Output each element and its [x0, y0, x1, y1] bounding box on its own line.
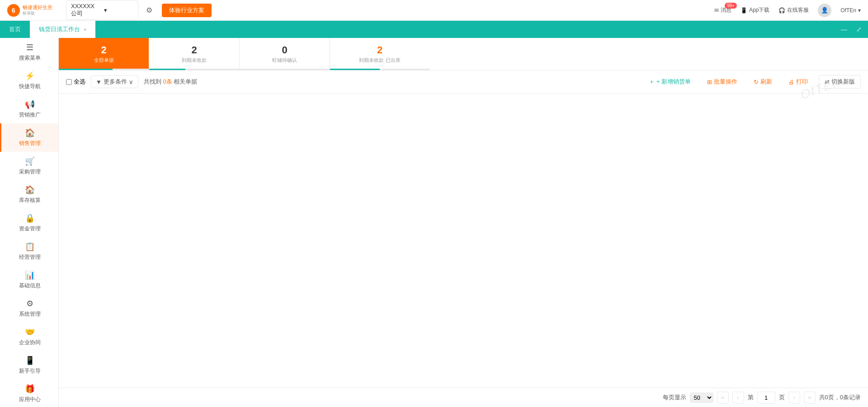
sidebar-item-purchase-label: 采购管理	[19, 168, 41, 176]
logo-icon: 6	[7, 4, 20, 17]
stat-shipped-label: 到期未收款 已出库	[339, 57, 420, 64]
operation-icon: 📋	[25, 242, 35, 252]
toolbar: 全选 ▼ 更多条件 ∨ 共找到 0条 相关单据 ＋ + 新增销货单 ⊞ 批量操作	[59, 70, 868, 94]
avatar[interactable]: 👤	[818, 4, 831, 17]
sidebar-item-finance-label: 资金管理	[19, 225, 41, 233]
found-prefix: 共找到	[144, 78, 161, 85]
sidebar-item-basics[interactable]: 📊 基础信息	[0, 266, 58, 294]
user-name: OfTEn	[840, 7, 856, 14]
batch-label: 批量操作	[714, 78, 737, 86]
select-all-input[interactable]	[66, 79, 72, 85]
sidebar-item-marketing[interactable]: 📢 营销推广	[0, 95, 58, 123]
refresh-button[interactable]: ↻ 刷新	[748, 75, 778, 88]
stat-overdue-progress-bar	[149, 69, 185, 70]
user-dropdown-icon: ▾	[858, 7, 861, 14]
trial-button[interactable]: 体验行业方案	[162, 4, 212, 17]
online-service-label: 在线客服	[787, 6, 809, 14]
prev-page-button[interactable]: ‹	[732, 392, 744, 403]
messages-badge: 99+	[725, 3, 737, 9]
window-minimize-btn[interactable]: —	[838, 24, 850, 35]
refresh-icon: ↻	[754, 79, 759, 85]
settings-button[interactable]: ⚙	[142, 3, 156, 18]
stat-card-wangpu[interactable]: 0 旺铺待确认	[240, 38, 330, 70]
system-icon: ⚙	[26, 299, 33, 309]
logo-name: 畅捷通好生意	[23, 4, 52, 10]
user-name-area[interactable]: OfTEn ▾	[840, 7, 861, 14]
sidebar-item-search-menu[interactable]: ☰ 搜索菜单	[0, 38, 58, 66]
dropdown-icon: ▾	[104, 7, 133, 14]
stat-card-all[interactable]: 2 全部单据	[59, 38, 149, 70]
page-input[interactable]	[757, 392, 775, 403]
app-download-label: App下载	[749, 6, 769, 14]
per-page-select[interactable]: 50 20 100	[690, 393, 713, 403]
table-area	[59, 94, 868, 388]
company-selector[interactable]: XXXXXX公司 ▾	[66, 0, 138, 20]
switch-version-button[interactable]: ⇄ 切换新版	[819, 75, 861, 89]
stat-shipped-progress	[330, 69, 429, 70]
main-layout: ☰ 搜索菜单 ⚡ 快捷导航 📢 营销推广 🏠 销售管理 🛒 采购管理 🏠 库存核…	[0, 38, 868, 407]
select-all-checkbox[interactable]: 全选	[66, 78, 85, 86]
nav-tabs: 首页 钱货日清工作台 × — ⤢	[0, 21, 868, 38]
appstore-icon: 🎁	[25, 384, 35, 394]
select-all-label: 全选	[74, 78, 85, 86]
settings-icon: ⚙	[146, 6, 152, 14]
sidebar-item-purchase[interactable]: 🛒 采购管理	[0, 152, 58, 180]
sidebar-item-cooperation[interactable]: 🤝 企业协同	[0, 323, 58, 351]
logo-area: 6 畅捷通好生意 标准版	[7, 4, 66, 17]
tab-home-label: 首页	[9, 25, 21, 33]
found-suffix: 相关单据	[174, 78, 197, 85]
first-page-button[interactable]: «	[717, 392, 729, 403]
refresh-label: 刷新	[760, 78, 772, 86]
total-text: 共0页，0条记录	[819, 393, 861, 402]
batch-icon: ⊞	[707, 79, 712, 85]
last-page-button[interactable]: »	[804, 392, 816, 403]
stat-wangpu-label: 旺铺待确认	[249, 57, 321, 64]
app-download-button[interactable]: 📱 App下载	[741, 6, 769, 14]
online-service-button[interactable]: 🎧 在线客服	[778, 6, 809, 14]
switch-version-label: 切换新版	[831, 78, 855, 86]
stat-wangpu-progress	[240, 69, 330, 70]
stat-progress-bar	[59, 69, 113, 70]
sidebar-item-guide-label: 新手引导	[19, 367, 41, 375]
sidebar-item-finance[interactable]: 🔒 资金管理	[0, 209, 58, 237]
top-right-area: ✉ 消息 99+ 📱 App下载 🎧 在线客服 👤 OfTEn ▾	[714, 4, 861, 17]
sidebar-item-sales[interactable]: 🏠 销售管理	[0, 123, 58, 152]
batch-button[interactable]: ⊞ 批量操作	[702, 75, 743, 88]
sidebar-item-appstore[interactable]: 🎁 应用中心	[0, 379, 58, 407]
window-maximize-btn[interactable]: ⤢	[854, 24, 864, 35]
stat-card-shipped[interactable]: 2 到期未收款 已出库	[330, 38, 429, 70]
more-filter-button[interactable]: ▼ 更多条件 ∨	[91, 75, 138, 88]
page-suffix: 页	[779, 393, 785, 402]
sidebar-item-quick-nav-label: 快捷导航	[19, 83, 41, 90]
tab-workbench[interactable]: 钱货日清工作台 ×	[30, 21, 95, 38]
nav-tabs-right: — ⤢	[838, 24, 868, 35]
stat-shipped-progress-bar	[330, 69, 380, 70]
tab-close-icon[interactable]: ×	[84, 27, 86, 32]
prev-page-icon: ‹	[737, 394, 739, 401]
sidebar-item-system[interactable]: ⚙ 系统管理	[0, 294, 58, 323]
sidebar-item-operation[interactable]: 📋 经营管理	[0, 237, 58, 266]
headset-icon: 🎧	[778, 7, 785, 14]
tab-home[interactable]: 首页	[0, 21, 30, 38]
print-button[interactable]: 🖨 打印	[783, 75, 813, 88]
sidebar-item-guide[interactable]: 📱 新手引导	[0, 351, 58, 379]
stat-all-number: 2	[68, 44, 140, 56]
basics-icon: 📊	[25, 270, 35, 280]
sidebar-item-quick-nav[interactable]: ⚡ 快捷导航	[0, 66, 58, 95]
sidebar-item-basics-label: 基础信息	[19, 282, 41, 290]
next-page-icon: ›	[793, 394, 795, 401]
message-icon: ✉	[714, 7, 719, 14]
next-page-button[interactable]: ›	[788, 392, 800, 403]
search-menu-icon: ☰	[26, 42, 33, 52]
add-sales-button[interactable]: ＋ + 新增销货单	[643, 75, 696, 88]
sidebar-item-appstore-label: 应用中心	[19, 396, 41, 403]
cooperation-icon: 🤝	[25, 327, 35, 337]
marketing-icon: 📢	[25, 99, 35, 109]
sidebar-item-inventory[interactable]: 🏠 库存核算	[0, 180, 58, 209]
stat-overdue-progress	[149, 69, 239, 70]
sidebar-item-cooperation-label: 企业协同	[19, 339, 41, 346]
messages-button[interactable]: ✉ 消息 99+	[714, 6, 731, 14]
first-page-icon: «	[721, 394, 724, 401]
stat-card-overdue[interactable]: 2 到期未收款	[149, 38, 240, 70]
app-download-icon: 📱	[741, 7, 747, 14]
